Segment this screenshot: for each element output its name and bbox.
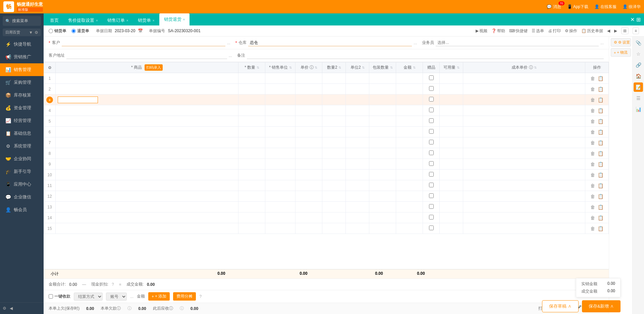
- row-unit2-13[interactable]: [346, 202, 369, 212]
- row-product-12[interactable]: [56, 191, 238, 202]
- row-qty2-4[interactable]: [322, 105, 346, 116]
- radio-return-option[interactable]: 退货单: [71, 28, 89, 34]
- row-qty2-8[interactable]: [322, 148, 346, 159]
- delete-icon-1[interactable]: 🗑: [590, 76, 595, 81]
- row-unit-10[interactable]: [265, 170, 296, 180]
- gift-checkbox-6[interactable]: [429, 129, 434, 134]
- row-unit2-8[interactable]: [346, 148, 369, 159]
- row-product-4[interactable]: [56, 105, 238, 116]
- tab-close-sale-delivery[interactable]: ×: [153, 19, 155, 22]
- row-unit2-11[interactable]: [346, 180, 369, 191]
- save-draft-btn[interactable]: 保存草稿 ∧: [542, 300, 579, 312]
- row-cost-8[interactable]: [463, 148, 585, 159]
- sidebar-item-purchase-mgmt[interactable]: 🛒 采购管理: [0, 76, 44, 89]
- row-action-10[interactable]: 🗑 📋: [585, 170, 609, 180]
- row-cost-13[interactable]: [463, 202, 585, 212]
- row-qty-3[interactable]: [238, 95, 265, 105]
- delete-icon-12[interactable]: 🗑: [590, 194, 595, 199]
- qty-sort-icon[interactable]: ⇅: [257, 66, 259, 69]
- gift-checkbox-2[interactable]: [429, 86, 434, 91]
- list-view-btn[interactable]: ≡: [633, 27, 639, 34]
- row-cost-12[interactable]: [463, 191, 585, 202]
- sidebar-item-marketing[interactable]: 📢 营销推广: [0, 51, 44, 63]
- row-price-7[interactable]: [296, 137, 322, 148]
- row-amount-2[interactable]: [396, 84, 423, 95]
- row-action-13[interactable]: 🗑 📋: [585, 202, 609, 212]
- add-row-btn[interactable]: +: [46, 97, 53, 103]
- tab-sale-return[interactable]: 销货退货×: [159, 13, 190, 25]
- customer-dots-btn[interactable]: ...: [227, 41, 230, 45]
- logistics-btn[interactable]: + + 物流: [611, 48, 631, 57]
- row-qty-9[interactable]: [238, 159, 265, 170]
- row-cost-11[interactable]: [463, 180, 585, 191]
- row-unit-8[interactable]: [265, 148, 296, 159]
- row-product-15[interactable]: [56, 223, 238, 234]
- row-product-3[interactable]: [56, 95, 238, 105]
- right-panel-icon-7[interactable]: 📊: [634, 105, 643, 114]
- sidebar-item-enterprise[interactable]: 🤝 企业协同: [0, 152, 44, 165]
- help-btn[interactable]: ❓ 帮助: [491, 28, 505, 34]
- copy-icon-10[interactable]: 📋: [598, 172, 603, 178]
- row-unit-15[interactable]: [265, 223, 296, 234]
- calc-method-select[interactable]: 结算方式: [74, 293, 103, 301]
- pkg-sort-icon[interactable]: ⇅: [390, 66, 393, 69]
- row-unit-2[interactable]: [265, 84, 296, 95]
- delete-icon-5[interactable]: 🗑: [590, 119, 595, 124]
- row-qty2-7[interactable]: [322, 137, 346, 148]
- row-gift-12[interactable]: [423, 191, 440, 202]
- row-price-6[interactable]: [296, 127, 322, 137]
- gift-checkbox-3[interactable]: [429, 97, 434, 102]
- row-pkg-6[interactable]: [369, 127, 396, 137]
- row-available-13[interactable]: [440, 202, 463, 212]
- row-price-1[interactable]: [296, 73, 322, 84]
- row-price-15[interactable]: [296, 223, 322, 234]
- copy-icon-11[interactable]: 📋: [598, 183, 603, 188]
- sidebar-item-sales-mgmt[interactable]: 📊 销售管理: [0, 63, 44, 76]
- row-unit2-14[interactable]: [346, 212, 369, 223]
- sidebar-item-system-mgmt[interactable]: ⚙ 系统管理: [0, 140, 44, 152]
- row-gift-6[interactable]: [423, 127, 440, 137]
- row-price-14[interactable]: [296, 212, 322, 223]
- row-product-14[interactable]: [56, 212, 238, 223]
- calendar-icon[interactable]: 📅: [138, 28, 143, 33]
- row-price-2[interactable]: [296, 84, 322, 95]
- row-amount-11[interactable]: [396, 180, 423, 191]
- message-btn[interactable]: 💬 消息 70: [547, 4, 561, 10]
- row-price-5[interactable]: [296, 116, 322, 127]
- copy-icon-5[interactable]: 📋: [598, 119, 603, 124]
- gift-checkbox-7[interactable]: [429, 140, 434, 144]
- row-unit2-9[interactable]: [346, 159, 369, 170]
- row-pkg-14[interactable]: [369, 212, 396, 223]
- tab-close-sale-price[interactable]: ×: [96, 19, 98, 22]
- print-btn[interactable]: 🖨 打印: [548, 28, 561, 34]
- shortcut-btn[interactable]: ⌨ 快捷键: [509, 28, 528, 34]
- scan-input-btn[interactable]: 扫码录入: [145, 64, 163, 71]
- row-price-3[interactable]: [296, 95, 322, 105]
- delete-icon-2[interactable]: 🗑: [590, 86, 595, 92]
- radio-sale-option[interactable]: 销货单: [49, 28, 66, 34]
- sidebar-item-quick-nav[interactable]: ⚡ 快捷导航: [0, 38, 44, 51]
- row-available-10[interactable]: [440, 170, 463, 180]
- row-unit2-10[interactable]: [346, 170, 369, 180]
- row-pkg-2[interactable]: [369, 84, 396, 95]
- operation-btn[interactable]: ⚙ 操作: [565, 28, 577, 34]
- user-info-btn[interactable]: 👤 徐泽华: [623, 4, 641, 10]
- app-download-btn[interactable]: 📱 App下载: [567, 4, 588, 10]
- maximize-btn[interactable]: ⊞: [636, 16, 641, 23]
- row-qty2-13[interactable]: [322, 202, 346, 212]
- row-gift-1[interactable]: [423, 73, 440, 84]
- copy-icon-7[interactable]: 📋: [598, 140, 603, 145]
- history-btn[interactable]: 📋 历史单据: [581, 28, 603, 34]
- row-gift-8[interactable]: [423, 148, 440, 159]
- sidebar-settings-icon[interactable]: ⚙: [3, 306, 6, 311]
- unit2-sort-icon[interactable]: ⇅: [362, 66, 365, 69]
- search-menu-btn[interactable]: 🔍 搜索菜单: [3, 16, 41, 26]
- gift-checkbox-1[interactable]: [429, 75, 434, 80]
- save-new-btn[interactable]: 保存&新增 ∧: [582, 300, 621, 312]
- row-gift-4[interactable]: [423, 105, 440, 116]
- row-qty2-6[interactable]: [322, 127, 346, 137]
- row-action-2[interactable]: 🗑 📋: [585, 84, 609, 95]
- delete-icon-15[interactable]: 🗑: [590, 226, 595, 231]
- amount-sort-icon[interactable]: ⇅: [413, 66, 416, 69]
- row-gift-9[interactable]: [423, 159, 440, 170]
